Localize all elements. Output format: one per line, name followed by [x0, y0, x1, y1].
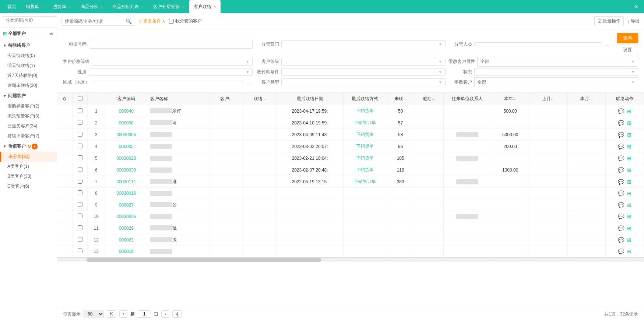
value-refresh-icon[interactable]: ↻: [27, 144, 31, 149]
col-header-contact[interactable]: 联络...: [243, 93, 277, 105]
row-code[interactable]: 00030016: [105, 188, 148, 199]
window-close-button[interactable]: ×: [631, 3, 641, 11]
tab-sales-close[interactable]: ×: [41, 4, 43, 9]
apps-icon[interactable]: ⊞: [627, 190, 631, 196]
customer-code-link[interactable]: 00030028: [116, 156, 136, 161]
col-header-name[interactable]: 客户名称: [148, 93, 210, 105]
customer-code-link[interactable]: 00030016: [116, 191, 136, 196]
last-way-link[interactable]: 下销货单: [356, 108, 374, 113]
tab-customer-contact-close[interactable]: ×: [214, 4, 216, 9]
row-checkbox[interactable]: [78, 237, 82, 242]
filter-person-input-area[interactable]: [474, 42, 602, 46]
export-button[interactable]: ↓ 导出: [627, 18, 640, 24]
sidebar-group-value[interactable]: ▼ 价值客户 ↻ ●: [0, 141, 57, 152]
row-checkbox[interactable]: [78, 132, 82, 137]
customer-code-link[interactable]: 00030005: [116, 132, 136, 137]
last-way-link[interactable]: 下销货单: [356, 167, 374, 172]
last-page-btn[interactable]: ›|: [172, 310, 182, 318]
row-checkbox[interactable]: [78, 167, 82, 172]
row-checkbox[interactable]: [78, 108, 82, 113]
last-way-link[interactable]: 下销售订单: [354, 120, 376, 125]
apps-icon[interactable]: ⊞: [627, 144, 631, 149]
apps-icon[interactable]: ⊞: [627, 202, 631, 208]
filter-dept-select[interactable]: ▼: [281, 40, 445, 48]
sidebar-item-overdue[interactable]: 逾期未联络(30): [0, 81, 57, 91]
row-code[interactable]: 000022: [105, 234, 148, 246]
filter-person-ellipsis[interactable]: ...: [604, 42, 612, 47]
tab-customer-tier[interactable]: 客户分层经营 ×: [149, 0, 189, 13]
col-header-overdue[interactable]: 逾期...: [415, 93, 444, 105]
main-search-input[interactable]: [65, 19, 123, 24]
sidebar-item-class-c[interactable]: C类客户(6): [0, 181, 57, 191]
row-checkbox[interactable]: [78, 214, 82, 218]
col-header-no-contact[interactable]: 未联...: [386, 93, 415, 105]
col-header-last-month[interactable]: 上月...: [529, 93, 567, 105]
apps-icon[interactable]: ⊞: [627, 225, 631, 231]
chat-icon[interactable]: 💬: [618, 214, 624, 219]
per-page-select[interactable]: 50 100: [84, 310, 104, 318]
row-checkbox[interactable]: [78, 155, 82, 160]
apps-icon[interactable]: ⊞: [627, 248, 631, 254]
row-code[interactable]: 00030030: [105, 164, 148, 176]
row-code[interactable]: 000027: [105, 199, 148, 211]
sidebar-all-customers[interactable]: ⊞ 全部客户 ≪: [0, 28, 57, 40]
customer-code-link[interactable]: 000040: [119, 109, 134, 114]
customer-code-link[interactable]: 000005: [119, 144, 134, 149]
apps-icon[interactable]: ⊞: [627, 214, 631, 219]
last-way-link[interactable]: 下销货单: [356, 144, 374, 149]
chat-icon[interactable]: 💬: [618, 155, 624, 161]
apps-icon[interactable]: ⊞: [627, 120, 631, 126]
tab-sales[interactable]: 销售单 ×: [21, 0, 48, 13]
customer-code-link[interactable]: 00030006: [116, 214, 136, 219]
customer-code-link[interactable]: 000027: [119, 202, 134, 208]
row-checkbox[interactable]: [78, 120, 82, 125]
sidebar-item-class-a[interactable]: A类客户(1): [0, 162, 57, 172]
row-code[interactable]: 00030028: [105, 152, 148, 164]
last-way-link[interactable]: 下销货单: [356, 132, 374, 137]
first-page-btn[interactable]: K: [107, 310, 116, 318]
settings-icon[interactable]: ⚙: [63, 96, 67, 102]
select-all-checkbox[interactable]: [78, 96, 82, 101]
col-header-last-way[interactable]: 最后联络方式: [343, 93, 386, 105]
row-code[interactable]: 000038: [105, 117, 148, 129]
row-code[interactable]: 00030006: [105, 211, 148, 222]
tab-goods-analysis-list-close[interactable]: ×: [141, 4, 143, 9]
tab-home[interactable]: 首页: [3, 0, 21, 13]
filter-customer-level-select[interactable]: ▼: [281, 58, 445, 66]
customer-code-link[interactable]: 00030111: [116, 179, 136, 184]
filter-phone-input[interactable]: [89, 40, 253, 49]
sidebar-group-problem[interactable]: ▼ 问题客户: [0, 91, 57, 101]
row-code[interactable]: 00030111: [105, 176, 148, 188]
row-code[interactable]: 000018: [105, 246, 148, 257]
row-checkbox[interactable]: [78, 225, 82, 230]
apps-icon[interactable]: ⊞: [627, 108, 631, 114]
reset-button[interactable]: 设置: [617, 45, 638, 55]
customer-code-link[interactable]: 000029: [119, 226, 134, 231]
sidebar-item-tomorrow[interactable]: 明天待联络(1): [0, 61, 57, 71]
filter-price-level-select[interactable]: ▼: [92, 58, 253, 66]
sidebar-item-ungroup[interactable]: 未分组(32): [0, 152, 57, 162]
customer-code-link[interactable]: 000038: [119, 120, 134, 126]
col-header-this-month[interactable]: 本月...: [567, 93, 606, 105]
tab-customer-contact[interactable]: 客户联络 ×: [189, 0, 220, 13]
row-checkbox[interactable]: [78, 202, 82, 207]
scrollbar-thumb[interactable]: [87, 258, 321, 262]
chat-icon[interactable]: 💬: [618, 108, 624, 114]
tab-purchase-close[interactable]: ×: [68, 4, 71, 9]
apps-icon[interactable]: ⊞: [627, 237, 631, 243]
customer-code-link[interactable]: 00030030: [116, 167, 136, 173]
sidebar-item-class-b[interactable]: B类客户(33): [0, 172, 57, 181]
row-checkbox[interactable]: [78, 144, 82, 148]
chat-icon[interactable]: 💬: [618, 190, 624, 196]
row-checkbox[interactable]: [78, 190, 82, 195]
apps-icon[interactable]: ⊞: [627, 155, 631, 161]
sidebar-group-pending[interactable]: ▼ 待联络客户: [0, 40, 57, 51]
row-code[interactable]: 00030005: [105, 129, 148, 141]
tab-purchase[interactable]: 进货单 ×: [49, 0, 75, 13]
filter-payment-select[interactable]: ▼: [281, 68, 445, 76]
my-customers-checkbox[interactable]: [169, 19, 174, 24]
row-checkbox[interactable]: [78, 248, 82, 253]
row-code[interactable]: 000005: [105, 141, 148, 152]
chat-icon[interactable]: 💬: [618, 120, 624, 126]
col-header-last-date[interactable]: 最后联络日期: [277, 93, 343, 105]
